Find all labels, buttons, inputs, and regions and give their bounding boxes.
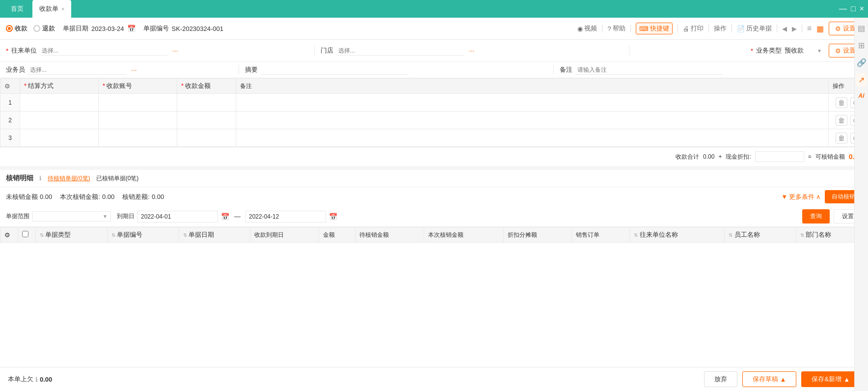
- row-account-1[interactable]: [99, 94, 177, 112]
- date-range-dash: —: [232, 213, 243, 220]
- radio-receipt[interactable]: 收款: [6, 24, 27, 33]
- save-arrow[interactable]: ▲: [843, 376, 850, 383]
- more-conditions-btn[interactable]: ▼ 更多条件 ∧: [781, 193, 821, 201]
- select-all-checkbox[interactable]: [22, 231, 28, 237]
- number-value[interactable]: SK-20230324-001: [172, 25, 224, 32]
- ai-label[interactable]: Ai: [857, 90, 867, 101]
- info-icon2[interactable]: ℹ: [35, 376, 38, 383]
- delete-icon-2[interactable]: 🗑: [836, 115, 847, 126]
- main-container: 收款 退款 单据日期 2023-03-24 📅 单据编号 SK-20230324…: [0, 18, 868, 391]
- divider5: [732, 25, 732, 32]
- biz-type-value[interactable]: 预收款: [785, 46, 814, 55]
- calendar-to-icon[interactable]: 📅: [329, 213, 337, 221]
- btcol-amount-header: 金额: [319, 227, 355, 243]
- sidebar-link-icon[interactable]: 🔗: [855, 56, 868, 69]
- draft-arrow[interactable]: ▲: [780, 376, 787, 383]
- tab-active[interactable]: 收款单 ×: [32, 0, 71, 18]
- next-icon[interactable]: ▶: [792, 25, 797, 32]
- tab-close-icon[interactable]: ×: [61, 6, 64, 12]
- print-btn[interactable]: 🖨 打印: [683, 24, 704, 33]
- shortcut-btn[interactable]: ⌨ 快捷键: [636, 23, 673, 34]
- calendar-icon[interactable]: 📅: [127, 25, 136, 32]
- row-account-2[interactable]: [99, 112, 177, 129]
- calendar-from-icon[interactable]: 📅: [221, 213, 229, 221]
- chevron-up-icon: ∧: [816, 193, 821, 200]
- minimize-icon[interactable]: —: [839, 4, 847, 13]
- tab-home[interactable]: 首页: [4, 0, 30, 18]
- divider7: [802, 25, 802, 32]
- prev-icon[interactable]: ◀: [782, 25, 787, 32]
- plus-sign: +: [718, 153, 722, 160]
- table-row: 1 🗑 ⊕: [0, 94, 868, 112]
- row-amount-3[interactable]: [177, 129, 236, 147]
- staff-more-btn[interactable]: ···: [129, 66, 139, 74]
- divider4: [708, 25, 709, 32]
- total-value: 0.00: [703, 153, 714, 160]
- bottom-table-gear-icon[interactable]: ⚙: [4, 231, 10, 239]
- help-icon: ?: [607, 25, 611, 32]
- table-gear-icon[interactable]: ⚙: [4, 83, 10, 90]
- row-num-1: 1: [0, 94, 20, 112]
- btcol-discount-header: 折扣分摊额: [503, 227, 572, 243]
- range-arrow: ▼: [103, 214, 108, 219]
- summary-input[interactable]: [261, 65, 408, 75]
- shop-input[interactable]: [336, 46, 464, 56]
- draft-button[interactable]: 保存草稿 ▲: [742, 371, 797, 387]
- row-account-3[interactable]: [99, 129, 177, 147]
- history-btn[interactable]: 📄 历史单据: [737, 24, 772, 33]
- row-settle-1[interactable]: [20, 94, 99, 112]
- sep3: [239, 65, 239, 75]
- footer: 本单上欠 ℹ 0.00 放弃 保存草稿 ▲ 保存&新增 ▲: [0, 367, 868, 391]
- date-to-input[interactable]: [245, 211, 326, 223]
- close-window-icon[interactable]: ×: [860, 4, 864, 13]
- print-icon: 🖨: [683, 25, 689, 32]
- row-amount-2[interactable]: [177, 112, 236, 129]
- sidebar-table-icon[interactable]: ▤: [856, 22, 867, 35]
- row-remark-3[interactable]: [236, 129, 829, 147]
- shop-more-btn[interactable]: ···: [467, 47, 477, 55]
- pending-tab-link[interactable]: 待核销单据(0笔): [48, 174, 90, 183]
- reconcile-info-icon[interactable]: ℹ: [39, 175, 42, 182]
- operation-btn[interactable]: 操作: [714, 24, 727, 33]
- row-settle-2[interactable]: [20, 112, 99, 129]
- row-amount-1[interactable]: [177, 94, 236, 112]
- row-remark-1[interactable]: [236, 94, 829, 112]
- divider1: [602, 25, 602, 32]
- footer-right: 放弃 保存草稿 ▲ 保存&新增 ▲: [704, 371, 860, 387]
- delete-icon-1[interactable]: 🗑: [836, 97, 847, 108]
- maximize-icon[interactable]: □: [851, 4, 856, 13]
- row-settle-3[interactable]: [20, 129, 99, 147]
- grid-icon[interactable]: ▦: [816, 24, 824, 33]
- radio-refund[interactable]: 退款: [33, 24, 55, 33]
- discard-button[interactable]: 放弃: [704, 371, 737, 387]
- radio-refund-label: 退款: [42, 24, 55, 33]
- sidebar-grid-icon[interactable]: ⊞: [856, 39, 867, 52]
- counterpart-more-btn[interactable]: ···: [170, 47, 180, 55]
- list-icon[interactable]: ≡: [807, 24, 812, 33]
- sidebar-expand-icon[interactable]: ↗: [856, 73, 867, 86]
- query-button[interactable]: 查询: [802, 209, 830, 223]
- discount-input[interactable]: [755, 151, 804, 162]
- form-row-1: * 往来单位 ··· 门店 ··· * 业务类型 预收款 ▼ ⚙ 设置: [0, 40, 868, 62]
- shop-label: 门店: [321, 46, 333, 55]
- help-btn[interactable]: ? 帮助: [607, 24, 625, 33]
- row-remark-2[interactable]: [236, 112, 829, 129]
- range-field: 单据范围 ▼: [6, 211, 111, 222]
- tab-active-label: 收款单: [39, 4, 58, 13]
- btcol-number-header: ⇅ 单据编号: [107, 227, 179, 243]
- delete-icon-3[interactable]: 🗑: [836, 133, 847, 143]
- sep2: [629, 46, 629, 56]
- remark-input[interactable]: [575, 65, 723, 75]
- reconcile-right: ▼ 更多条件 ∧ 自动核销: [781, 190, 862, 203]
- date-value[interactable]: 2023-03-24: [91, 25, 124, 32]
- biz-type-arrow[interactable]: ▼: [817, 48, 822, 54]
- staff-input[interactable]: [28, 65, 126, 75]
- video-btn[interactable]: ◉ 视频: [577, 24, 597, 33]
- save-button[interactable]: 保存&新增 ▲: [801, 371, 860, 387]
- range-select[interactable]: ▼: [32, 211, 111, 222]
- available-label: 可核销金额: [815, 153, 845, 161]
- counterpart-input[interactable]: [40, 46, 167, 56]
- done-tab-link[interactable]: 已核销单据(0笔): [96, 174, 139, 183]
- date-field-group: 单据日期 2023-03-24 📅: [63, 24, 136, 33]
- date-from-input[interactable]: [137, 211, 218, 223]
